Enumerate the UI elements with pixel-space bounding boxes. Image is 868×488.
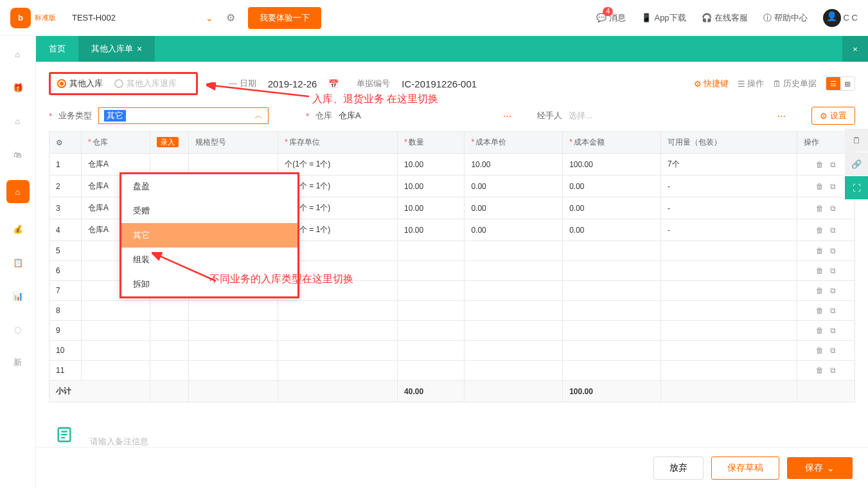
delete-icon[interactable]: 🗑 [816, 226, 824, 235]
delete-icon[interactable]: 🗑 [816, 366, 824, 375]
settings-icon[interactable]: ⚙ [226, 12, 235, 24]
radio-inbound-return[interactable]: 其他入库退库 [114, 78, 177, 89]
radio-other-inbound[interactable]: 其他入库 [57, 78, 103, 89]
annotation-text-1: 入库、退货业务 在这里切换 [312, 93, 438, 106]
delete-icon[interactable]: 🗑 [816, 246, 824, 255]
copy-icon[interactable]: ⧉ [830, 346, 836, 355]
nav-report-icon[interactable]: 📊 [10, 288, 26, 303]
online-service-link[interactable]: 🎧 在线客服 [702, 12, 748, 24]
col-cost-amount: *成本金额 [563, 132, 661, 154]
delete-icon[interactable]: 🗑 [816, 182, 824, 191]
nav-money-icon[interactable]: 💰 [10, 221, 26, 237]
doc-number-label: 单据编号 [357, 78, 390, 89]
logo-icon: b [10, 8, 31, 28]
user-menu[interactable]: C C [823, 9, 858, 27]
business-type-field: * 业务类型 其它 ︿ [49, 107, 306, 124]
dropdown-option-qita[interactable]: 其它 [121, 223, 297, 248]
delete-icon[interactable]: 🗑 [816, 160, 824, 169]
copy-icon[interactable]: ⧉ [830, 286, 836, 295]
gear-icon: ⚙ [820, 111, 828, 121]
company-selector[interactable]: TEST-H002 ⌄ [72, 13, 213, 23]
nav-bag-icon[interactable]: 🛍 [10, 147, 26, 162]
nav-warehouse-icon[interactable]: ⌂ [6, 180, 30, 203]
trial-button[interactable]: 我要体验一下 [248, 7, 321, 29]
ellipsis-icon[interactable]: ⋯ [777, 111, 786, 121]
remark-icon-box: 备注信息 [49, 426, 80, 447]
app-download-link[interactable]: 📱 App下载 [641, 12, 686, 24]
tab-other-inbound[interactable]: 其他入库单 × [78, 36, 155, 62]
delete-icon[interactable]: 🗑 [816, 346, 824, 355]
tab-home[interactable]: 首页 [36, 36, 78, 62]
messages-link[interactable]: 💬 消息 4 [596, 12, 626, 24]
copy-icon[interactable]: ⧉ [830, 160, 836, 169]
handler-select[interactable]: 选择... [569, 110, 592, 122]
nav-house-icon[interactable]: ⌂ [10, 113, 26, 129]
table-row[interactable]: 8 🗑⧉ [49, 301, 855, 321]
col-spec: 规格型号 [189, 132, 278, 154]
remark-input[interactable] [90, 437, 855, 446]
scan-button[interactable]: 录入 [157, 137, 179, 147]
nav-gift-icon[interactable]: 🎁 [10, 80, 26, 95]
copy-icon[interactable]: ⧉ [830, 266, 836, 275]
nav-new-icon[interactable]: 新 [10, 355, 26, 370]
header-right: 💬 消息 4 📱 App下载 🎧 在线客服 ⓘ 帮助中心 C C [596, 9, 858, 27]
remark-label: 备注信息 [49, 446, 80, 447]
header-row: 其他入库 其他入库退库 — 日期 2019-12-26 📅 单据编号 IC-20… [49, 72, 855, 95]
table-row[interactable]: 11 🗑⧉ [49, 361, 855, 381]
handler-field: 经手人 选择... ⋯ [537, 110, 811, 122]
svg-line-1 [158, 255, 216, 281]
delete-icon[interactable]: 🗑 [816, 266, 824, 275]
discard-button[interactable]: 放弃 [653, 456, 704, 480]
copy-icon[interactable]: ⧉ [830, 306, 836, 315]
save-draft-button[interactable]: 保存草稿 [711, 456, 779, 480]
business-type-select[interactable]: 其它 ︿ [98, 107, 269, 124]
save-button[interactable]: 保存 ⌄ [787, 457, 853, 479]
right-fullscreen-button[interactable]: ⛶ [845, 176, 868, 199]
copy-icon[interactable]: ⧉ [830, 204, 836, 213]
required-star: * [49, 111, 52, 121]
radio-unchecked-icon [114, 79, 123, 88]
ellipsis-icon[interactable]: ⋯ [503, 111, 511, 121]
copy-icon[interactable]: ⧉ [830, 326, 836, 335]
footer-bar: 放弃 保存草稿 保存 ⌄ [36, 447, 868, 488]
view-list-button[interactable]: ☰ [826, 77, 840, 90]
history-link[interactable]: 🗓 历史单据 [773, 78, 817, 89]
content: 其他入库 其他入库退库 — 日期 2019-12-26 📅 单据编号 IC-20… [36, 62, 868, 447]
copy-icon[interactable]: ⧉ [830, 366, 836, 375]
top-header: b 标准版 TEST-H002 ⌄ ⚙ 我要体验一下 💬 消息 4 📱 App下… [0, 0, 868, 36]
delete-icon[interactable]: 🗑 [816, 306, 824, 315]
table-row[interactable]: 10 🗑⧉ [49, 341, 855, 361]
dropdown-option-panying[interactable]: 盘盈 [121, 174, 297, 199]
operation-link[interactable]: ☰ 操作 [738, 78, 764, 89]
chevron-down-icon: ⌄ [827, 463, 835, 473]
table-row[interactable]: 9 🗑⧉ [49, 321, 855, 341]
delete-icon[interactable]: 🗑 [816, 326, 824, 335]
nav-clipboard-icon[interactable]: 📋 [10, 255, 26, 270]
help-center-link[interactable]: ⓘ 帮助中心 [763, 12, 808, 24]
doc-number-value: IC-20191226-001 [402, 78, 477, 89]
nav-home-icon[interactable]: ⌂ [10, 46, 26, 62]
copy-icon[interactable]: ⧉ [830, 246, 836, 255]
avatar-icon [823, 9, 841, 27]
toolbar-right: ⚙ 快捷键 ☰ 操作 🗓 历史单据 ☰ ▦ [694, 77, 855, 91]
col-qty: *数量 [398, 132, 465, 154]
copy-icon[interactable]: ⧉ [830, 226, 836, 235]
close-all-tabs[interactable]: × [842, 36, 868, 62]
table-header-row: ⚙ *仓库 录入 规格型号 *库存单位 *数量 *成本单价 *成本金额 可用量（… [49, 132, 855, 154]
view-grid-button[interactable]: ▦ [840, 77, 855, 90]
right-link-button[interactable]: 🔗 [845, 152, 868, 176]
table-settings-icon[interactable]: ⚙ [49, 132, 82, 154]
quickkey-link[interactable]: ⚙ 快捷键 [694, 78, 729, 89]
calendar-icon[interactable]: 📅 [328, 79, 339, 89]
tab-close-icon[interactable]: × [137, 44, 142, 54]
nav-circle-icon[interactable]: ◌ [10, 321, 26, 337]
copy-icon[interactable]: ⧉ [830, 182, 836, 191]
radio-checked-icon [57, 79, 66, 88]
dropdown-option-shouzeng[interactable]: 受赠 [121, 199, 297, 223]
logo: b 标准版 [10, 8, 56, 28]
config-button[interactable]: ⚙ 设置 [811, 107, 855, 125]
right-note-button[interactable]: 🗒 [845, 129, 868, 152]
warehouse-value[interactable]: 仓库A [339, 110, 361, 122]
delete-icon[interactable]: 🗑 [816, 204, 824, 213]
delete-icon[interactable]: 🗑 [816, 286, 824, 295]
